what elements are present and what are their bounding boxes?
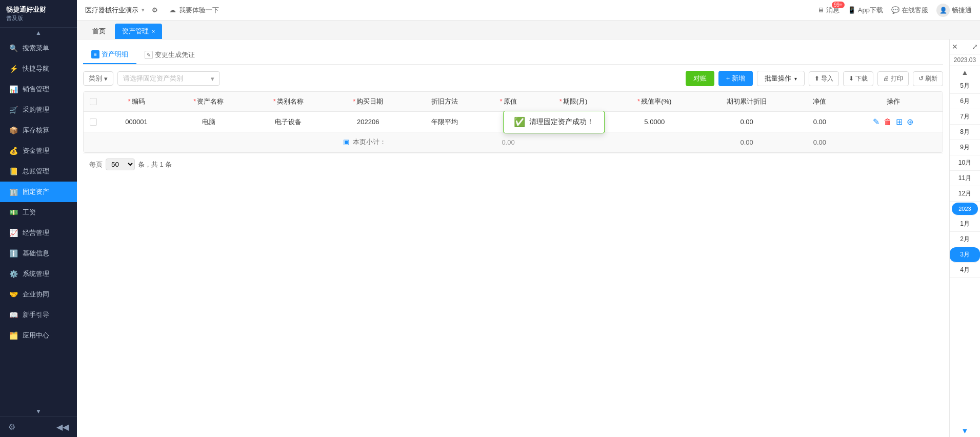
settings-icon[interactable]: ⚙ xyxy=(8,422,15,432)
select-all-checkbox[interactable] xyxy=(90,98,97,105)
sidebar-item-fixed-assets[interactable]: 🏢固定资产 xyxy=(0,182,77,202)
import-icon: ⬆ xyxy=(814,75,819,82)
row-checkbox-cell[interactable] xyxy=(84,112,104,132)
calendar-month-8月[interactable]: 8月 xyxy=(950,125,980,140)
new-btn[interactable]: + 新增 xyxy=(718,71,753,86)
calendar-month-current-3月[interactable]: 3月 xyxy=(950,247,980,263)
sidebar-item-funds[interactable]: 💰资金管理 xyxy=(0,141,77,161)
calendar-month-12月[interactable]: 12月 xyxy=(950,186,980,202)
sidebar-label-funds: 资金管理 xyxy=(23,146,49,155)
sidebar-item-app-center[interactable]: 🗂️应用中心 xyxy=(0,325,77,346)
calendar-expand-icon[interactable]: ⤢ xyxy=(972,43,978,51)
sidebar-item-sales[interactable]: 📊销售管理 xyxy=(0,79,77,100)
calendar-month-5月[interactable]: 5月 xyxy=(950,78,980,94)
tab-home[interactable]: 首页 xyxy=(85,24,113,39)
batch-btn[interactable]: 批量操作 ▾ xyxy=(757,71,805,86)
sidebar-item-search[interactable]: 🔍搜索菜单 xyxy=(0,38,77,58)
sub-tab-asset-detail[interactable]: ≡ 资产明细 xyxy=(83,46,136,64)
sidebar-item-salary[interactable]: 💵工资 xyxy=(0,202,77,223)
download-btn[interactable]: ⬇ 下载 xyxy=(843,71,873,86)
category-filter[interactable]: 类别 ▾ xyxy=(83,71,113,86)
subtotal-action xyxy=(844,132,943,152)
subtotal-original: 0.00 xyxy=(481,132,536,152)
import-btn[interactable]: ⬆ 导入 xyxy=(809,71,839,86)
per-page-label: 每页 xyxy=(89,160,103,169)
import-label: 导入 xyxy=(821,74,833,83)
calendar-month-current-1月[interactable]: 1月 xyxy=(950,216,980,232)
refresh-btn[interactable]: ↺ 刷新 xyxy=(913,71,943,86)
messages-btn[interactable]: 🖥 消息 99+ xyxy=(817,6,839,15)
system-icon: ⚙️ xyxy=(8,269,18,279)
basic-info-icon: ℹ️ xyxy=(8,248,18,259)
success-message: 清理固定资产成功！ xyxy=(529,117,594,127)
app-download-btn[interactable]: 📱 App下载 xyxy=(848,6,883,15)
header-checkbox[interactable] xyxy=(84,92,104,112)
print-btn[interactable]: 🖨 打印 xyxy=(877,71,909,86)
header-original-value: *原值 xyxy=(481,92,536,112)
calendar-month-current-2月[interactable]: 2月 xyxy=(950,232,980,247)
refresh-icon: ↺ xyxy=(918,75,924,82)
reconcile-btn[interactable]: 对账 xyxy=(686,71,714,86)
new-label: + 新增 xyxy=(726,74,745,83)
copy-icon[interactable]: ⊞ xyxy=(896,117,903,127)
subtotal-net: 0.00 xyxy=(796,132,844,152)
sidebar-item-basic-info[interactable]: ℹ️基础信息 xyxy=(0,243,77,264)
row-checkbox[interactable] xyxy=(90,118,97,126)
online-service-btn[interactable]: 💬 在线客服 xyxy=(891,6,928,15)
sidebar-scroll-down[interactable]: ▼ xyxy=(0,406,77,416)
calendar-month-11月[interactable]: 11月 xyxy=(950,171,980,186)
row-net-value: 0.00 xyxy=(796,112,844,132)
sidebar-label-purchase: 采购管理 xyxy=(23,105,49,114)
sidebar-item-purchase[interactable]: 🛒采购管理 xyxy=(0,100,77,120)
voucher-icon: ✎ xyxy=(145,51,153,59)
topbar-settings-icon[interactable]: ⚙ xyxy=(152,6,158,14)
experience-label[interactable]: 我要体验一下 xyxy=(179,6,219,15)
subtotal-empty xyxy=(84,132,249,152)
collapse-icon[interactable]: ◀◀ xyxy=(56,422,69,432)
calendar-year-badge[interactable]: 2023 xyxy=(952,203,978,215)
tab-assets[interactable]: 资产管理 × xyxy=(115,24,162,39)
download-label: 下载 xyxy=(855,74,868,83)
sidebar-item-enterprise[interactable]: 🤝企业协同 xyxy=(0,284,77,305)
edit-icon[interactable]: ✎ xyxy=(873,117,879,127)
sidebar-item-operations[interactable]: 📈经营管理 xyxy=(0,223,77,243)
more-icon[interactable]: ⊕ xyxy=(907,117,913,127)
company-dropdown-arrow[interactable]: ▾ xyxy=(142,7,145,13)
sidebar-label-inventory: 库存核算 xyxy=(23,126,49,135)
btn-icon-group: ⬆ 导入 ⬇ 下载 🖨 打印 ↺ 刷新 xyxy=(809,71,943,86)
sidebar-item-quick-nav[interactable]: ⚡快捷导航 xyxy=(0,58,77,79)
sidebar-label-search: 搜索菜单 xyxy=(23,44,49,53)
subtotal-icon: ▣ xyxy=(343,138,349,146)
calendar-month-10月[interactable]: 10月 xyxy=(950,155,980,171)
messages-badge: 99+ xyxy=(832,2,845,8)
calendar-year-label: 2023.03 xyxy=(950,54,980,66)
calendar-month-current-4月[interactable]: 4月 xyxy=(950,263,980,278)
calendar-nav-up[interactable]: ▲ xyxy=(950,66,980,78)
tab-close-icon[interactable]: × xyxy=(152,28,155,34)
success-check-icon: ✅ xyxy=(514,116,525,128)
calendar-close-icon[interactable]: ✕ xyxy=(952,43,958,51)
download-icon: ⬇ xyxy=(849,75,854,82)
sub-tab-voucher[interactable]: ✎ 变更生成凭证 xyxy=(136,46,203,64)
per-page: 每页 50 100 200 条，共 1 条 xyxy=(89,158,172,170)
delete-icon[interactable]: 🗑 xyxy=(884,117,892,127)
app-center-icon: 🗂️ xyxy=(8,330,18,341)
sales-icon: 📊 xyxy=(8,84,18,94)
sidebar-scroll-up[interactable]: ▲ xyxy=(0,28,77,38)
calendar-nav-down[interactable]: ▼ xyxy=(950,425,980,437)
calendar-month-9月[interactable]: 9月 xyxy=(950,140,980,155)
sidebar-label-quick-nav: 快捷导航 xyxy=(23,64,49,73)
app-download-label: App下载 xyxy=(858,6,883,15)
total-label: 条，共 1 条 xyxy=(138,160,172,169)
calendar-month-6月[interactable]: 6月 xyxy=(950,94,980,109)
row-code: 000001 xyxy=(104,112,169,132)
user-avatar-area[interactable]: 👤 畅捷通 xyxy=(936,4,972,17)
sidebar-item-ledger[interactable]: 📒总账管理 xyxy=(0,161,77,182)
sidebar-item-guide[interactable]: 📖新手引导 xyxy=(0,305,77,325)
sidebar-item-system[interactable]: ⚙️系统管理 xyxy=(0,264,77,284)
calendar-month-7月[interactable]: 7月 xyxy=(950,109,980,125)
sidebar-item-inventory[interactable]: 📦库存核算 xyxy=(0,120,77,141)
per-page-select[interactable]: 50 100 200 xyxy=(106,158,135,170)
category-label: 类别 xyxy=(89,74,102,83)
category-input[interactable]: 请选择固定资产类别 ▾ xyxy=(117,71,220,86)
